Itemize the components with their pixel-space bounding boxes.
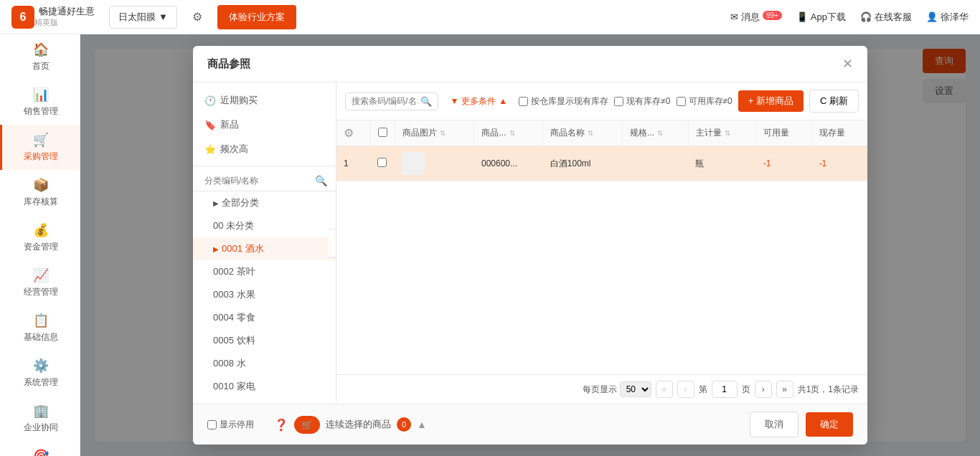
logo-area: 6 畅捷通好生意 精英版 xyxy=(11,6,95,29)
sidebar-item-operations[interactable]: 📈 经营管理 xyxy=(0,260,80,305)
arrow-icon: ▶ xyxy=(213,199,219,207)
category-search-icon[interactable]: 🔍 xyxy=(315,175,327,186)
trial-button[interactable]: 体验行业方案 xyxy=(217,5,296,29)
collapse-icon[interactable]: ▲ xyxy=(417,419,427,430)
category-snacks[interactable]: 0004 零食 xyxy=(193,306,336,329)
nav-app-download[interactable]: 📱 App下载 xyxy=(796,11,846,24)
prev-page-button[interactable]: ‹ xyxy=(677,381,694,398)
high-frequency-item[interactable]: ⭐ 频次高 xyxy=(193,137,336,161)
collapse-panel-button[interactable]: 《 xyxy=(329,229,336,257)
sidebar-item-inventory[interactable]: 📦 库存核算 xyxy=(0,170,80,215)
available-stock-check[interactable] xyxy=(677,97,686,106)
table-checkbox-col xyxy=(370,120,395,146)
sidebar-item-basic-info[interactable]: 📋 基础信息 xyxy=(0,305,80,351)
category-unclassified[interactable]: 00 未分类 xyxy=(193,214,336,237)
cancel-button[interactable]: 取消 xyxy=(750,412,798,437)
sort-icon-unit: ⇅ xyxy=(725,129,730,137)
refresh-button[interactable]: C 刷新 xyxy=(809,90,859,113)
warehouse-stock-checkbox[interactable]: 按仓库显示现有库存 xyxy=(519,95,608,108)
confirm-button[interactable]: 确定 xyxy=(806,412,853,437)
td-unit: 瓶 xyxy=(688,146,755,181)
category-appliances[interactable]: 0010 家电 xyxy=(193,375,336,398)
new-product-item[interactable]: 🔖 新品 xyxy=(193,113,336,137)
warehouse-stock-check[interactable] xyxy=(519,97,528,106)
page-number-input[interactable] xyxy=(712,381,738,398)
nav-dropdown[interactable]: 日太阳膜 ▼ xyxy=(109,6,177,29)
page-size-select: 每页显示 50 xyxy=(583,381,651,397)
sidebar-item-sales[interactable]: 📊 销售管理 xyxy=(0,80,80,125)
sidebar-item-enterprise[interactable]: 🏢 企业协同 xyxy=(0,396,80,441)
finance-icon: 💰 xyxy=(33,222,49,238)
modal-right-panel: 🔍 ▼ 更多条件 ▲ 按仓库显示现有库存 xyxy=(336,82,867,404)
sidebar-item-home[interactable]: 🏠 首页 xyxy=(0,34,80,80)
total-info: 共1页，1条记录 xyxy=(798,384,859,396)
system-icon: ⚙️ xyxy=(33,358,49,374)
first-page-button[interactable]: « xyxy=(656,381,673,398)
continuous-label: 连续选择的商品 xyxy=(326,418,391,431)
last-page-button[interactable]: » xyxy=(776,381,793,398)
table-header-row: ⚙ 商品图片 ⇅ xyxy=(336,120,867,146)
modal-body: 🕐 近期购买 🔖 新品 ⭐ 频次高 xyxy=(193,82,867,404)
filter-button[interactable]: ▼ 更多条件 ▲ xyxy=(444,92,513,110)
sidebar-item-finance[interactable]: 💰 资金管理 xyxy=(0,215,80,260)
message-badge: 99+ xyxy=(763,11,782,20)
page-unit: 页 xyxy=(742,384,750,396)
new-icon: 🔖 xyxy=(204,120,216,130)
modal-left-panel: 🕐 近期购买 🔖 新品 ⭐ 频次高 xyxy=(193,82,336,404)
show-disabled-checkbox[interactable]: 显示停用 xyxy=(207,419,254,431)
chevron-down-icon: ▼ xyxy=(159,11,168,22)
category-search-input[interactable] xyxy=(204,176,312,186)
td-available: -1 xyxy=(756,146,812,181)
th-code: 商品... ⇅ xyxy=(474,120,543,146)
sort-icon-spec: ⇅ xyxy=(657,129,663,137)
th-stock: 现存量 xyxy=(812,120,867,146)
available-stock-checkbox[interactable]: 可用库存≠0 xyxy=(677,95,732,108)
show-disabled-check[interactable] xyxy=(207,420,217,429)
filter-arrow-icon: ▲ xyxy=(499,96,507,106)
th-spec: 规格... ⇅ xyxy=(623,120,689,146)
nav-online-service[interactable]: 🎧 在线客服 xyxy=(860,11,912,24)
search-icon[interactable]: 🔍 xyxy=(420,96,432,107)
sidebar-item-system[interactable]: ⚙️ 系统管理 xyxy=(0,351,80,396)
table-row[interactable]: 1 000600... 白酒100ml xyxy=(336,146,867,181)
avatar: 👤 xyxy=(926,11,938,22)
page-size-dropdown[interactable]: 50 xyxy=(620,381,651,397)
footer-right: 取消 确定 xyxy=(750,412,853,437)
th-unit: 主计量 ⇅ xyxy=(688,120,755,146)
modal-close-button[interactable]: ✕ xyxy=(842,56,853,72)
modal-footer: 显示停用 ❓ 🛒 连续选择的商品 0 ▲ 取消 xyxy=(193,404,867,445)
help-icon[interactable]: ❓ xyxy=(274,418,288,432)
cart-button[interactable]: 🛒 xyxy=(294,416,320,434)
current-stock-check[interactable] xyxy=(614,97,623,106)
sidebar: 🏠 首页 📊 销售管理 🛒 采购管理 📦 库存核算 💰 资金管理 📈 经营管理 … xyxy=(0,34,80,456)
gear-icon[interactable]: ⚙ xyxy=(186,6,209,29)
modal-header: 商品参照 ✕ xyxy=(193,46,867,82)
category-liquor[interactable]: ▶ 0001 酒水 xyxy=(193,237,336,260)
product-search-input[interactable] xyxy=(352,96,418,106)
sidebar-item-guide[interactable]: 🎯 新手引导 xyxy=(0,441,80,456)
sidebar-item-purchase[interactable]: 🛒 采购管理 xyxy=(0,125,80,170)
recent-purchase-item[interactable]: 🕐 近期购买 xyxy=(193,88,336,113)
product-reference-modal: 商品参照 ✕ 🕐 近期购买 🔖 新品 xyxy=(193,46,867,445)
select-all-checkbox[interactable] xyxy=(378,128,387,137)
th-available: 可用量 xyxy=(756,120,812,146)
category-fruit[interactable]: 0003 水果 xyxy=(193,283,336,306)
category-tea[interactable]: 0002 茶叶 xyxy=(193,260,336,283)
current-stock-checkbox[interactable]: 现有库存≠0 xyxy=(614,95,670,108)
category-all[interactable]: ▶ 全部分类 xyxy=(193,191,336,214)
table-settings-col[interactable]: ⚙ xyxy=(336,120,370,146)
nav-message-item[interactable]: ✉ 消息 99+ xyxy=(730,11,782,24)
category-water[interactable]: 0008 水 xyxy=(193,352,336,375)
modal-toolbar: 🔍 ▼ 更多条件 ▲ 按仓库显示现有库存 xyxy=(336,82,867,120)
add-product-button[interactable]: + 新增商品 xyxy=(738,90,804,112)
next-page-button[interactable]: › xyxy=(755,381,772,398)
row-checkbox[interactable] xyxy=(377,158,387,167)
sort-icon-name: ⇅ xyxy=(588,129,593,137)
sort-icon: ⇅ xyxy=(440,129,446,137)
product-image xyxy=(402,152,425,175)
message-icon: ✉ xyxy=(730,11,738,22)
td-checkbox xyxy=(370,146,395,181)
nav-user[interactable]: 👤 徐泽华 xyxy=(926,11,969,24)
category-drinks[interactable]: 0005 饮料 xyxy=(193,329,336,352)
star-icon: ⭐ xyxy=(204,144,216,155)
